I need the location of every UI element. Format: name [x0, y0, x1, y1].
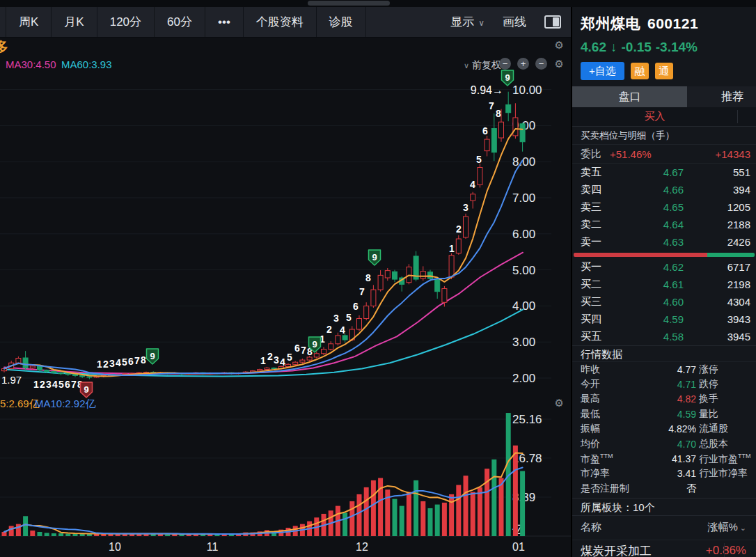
svg-text:3: 3 — [333, 313, 339, 324]
svg-text:2.00: 2.00 — [512, 372, 535, 385]
svg-text:11: 11 — [207, 541, 219, 553]
ask-row-5[interactable]: 卖一4.632426 — [572, 233, 756, 251]
bid-row-3[interactable]: 买三4.604304 — [572, 293, 756, 311]
ask-row-1[interactable]: 卖五4.67551 — [572, 164, 756, 181]
svg-text:5: 5 — [346, 312, 352, 323]
depth-bar — [572, 251, 756, 258]
margin-badge[interactable]: 融 — [631, 63, 649, 79]
svg-text:6: 6 — [294, 343, 300, 354]
depth-green-bar — [707, 253, 755, 257]
green-nine-shield-badge: 9 — [369, 250, 381, 265]
bid-row-2[interactable]: 买二4.612198 — [572, 276, 756, 293]
bid-row-4[interactable]: 买四4.593943 — [572, 311, 756, 328]
quote-info-row-2: 今开4.71跌停 — [572, 377, 756, 391]
tab-tuijian[interactable]: 推荐 — [687, 86, 756, 107]
stock-app-window: 周K月K120分60分•••个股资料诊股 显示∨ 画线 多 ⚙ MA30:4.5… — [0, 0, 756, 557]
svg-text:3: 3 — [274, 354, 279, 366]
weibi-row: 委比 +51.46% +14343 — [572, 145, 756, 164]
svg-text:7: 7 — [71, 379, 77, 390]
quote-info-row-5: 振幅4.82%流通股 — [572, 422, 756, 437]
svg-text:1: 1 — [33, 379, 39, 390]
buy-tab[interactable]: 买入 — [572, 110, 737, 123]
svg-text:9: 9 — [372, 252, 377, 262]
svg-text:25.16: 25.16 — [512, 413, 542, 426]
svg-text:2: 2 — [103, 359, 109, 370]
svg-text:9: 9 — [312, 339, 317, 350]
svg-text:4: 4 — [470, 179, 475, 190]
ask-rows: 卖五4.67551卖四4.66394卖三4.651205卖二4.642188卖一… — [572, 164, 756, 251]
kline-chart[interactable]: 10.009.008.007.006.005.004.003.002.0025.… — [0, 0, 571, 557]
depth-red-bar — [574, 253, 707, 257]
svg-text:9: 9 — [84, 384, 88, 395]
svg-text:5: 5 — [122, 356, 127, 368]
svg-text:2: 2 — [456, 223, 462, 235]
svg-text:9: 9 — [505, 72, 510, 83]
svg-text:3.00: 3.00 — [512, 336, 535, 349]
add-watchlist-button[interactable]: +自选 — [581, 62, 624, 80]
svg-text:6: 6 — [65, 379, 70, 390]
quote-panel: 郑州煤电600121 4.62↓-0.15-3.14% +自选 融 通 盘口 推… — [571, 7, 756, 557]
weibi-diff: +14343 — [716, 148, 750, 160]
svg-text:3: 3 — [46, 379, 52, 390]
panel-tabs: 盘口 推荐 — [572, 86, 756, 107]
svg-text:1.97: 1.97 — [1, 374, 22, 386]
svg-text:7: 7 — [134, 355, 140, 366]
svg-text:4.00: 4.00 — [512, 299, 535, 313]
svg-text:8: 8 — [496, 108, 501, 119]
svg-text:9.94→: 9.94→ — [471, 84, 503, 96]
bid-rows: 买一4.626717买二4.612198买三4.604304买四4.593943… — [572, 258, 756, 345]
green-nine-shield-badge: 9 — [502, 70, 514, 86]
svg-text:5.00: 5.00 — [512, 264, 535, 277]
svg-text:8: 8 — [365, 272, 371, 283]
svg-text:7: 7 — [489, 100, 494, 111]
svg-text:4: 4 — [52, 379, 58, 390]
trade-subtabs: 买入 — [572, 107, 756, 127]
svg-text:9: 9 — [150, 351, 155, 361]
ask-row-2[interactable]: 卖四4.66394 — [572, 181, 756, 198]
svg-text:2: 2 — [267, 351, 273, 362]
down-arrow-icon: ↓ — [611, 40, 617, 54]
stock-name: 郑州煤电600121 — [581, 14, 748, 33]
last-price: 4.62 — [581, 40, 606, 54]
quote-info-rows: 昨收4.77涨停今开4.71跌停最高4.82换手最低4.59量比振幅4.82%流… — [572, 362, 756, 496]
quote-info-row-6: 均价4.70总股本 — [572, 437, 756, 451]
price-line: 4.62↓-0.15-3.14% — [581, 40, 748, 55]
bid-row-1[interactable]: 买一4.626717 — [572, 258, 756, 276]
svg-text:5: 5 — [476, 154, 482, 165]
quote-info-row-7: 市盈TTM41.37行业市盈TTM — [572, 451, 756, 466]
stock-code: 600121 — [647, 15, 698, 31]
svg-text:8.00: 8.00 — [512, 155, 535, 168]
connect-badge[interactable]: 通 — [655, 63, 673, 79]
svg-text:6: 6 — [128, 356, 134, 367]
bid-row-5[interactable]: 买五4.583945 — [572, 328, 756, 345]
sector-sort-change[interactable]: 涨幅%⌄ — [707, 521, 746, 534]
svg-text:6.00: 6.00 — [512, 228, 535, 241]
svg-text:01: 01 — [512, 541, 525, 553]
order-book-title: 买卖档位与明细（手） — [572, 127, 756, 145]
green-nine-shield-badge: 9 — [147, 349, 159, 364]
svg-text:5: 5 — [287, 352, 292, 363]
svg-text:6: 6 — [482, 125, 488, 136]
svg-text:7: 7 — [359, 286, 365, 297]
svg-text:3: 3 — [463, 202, 468, 213]
svg-text:4: 4 — [116, 357, 121, 368]
svg-text:5: 5 — [58, 379, 64, 390]
tab-pankou[interactable]: 盘口 — [572, 86, 687, 107]
svg-text:2: 2 — [40, 379, 45, 390]
ask-row-3[interactable]: 卖三4.651205 — [572, 198, 756, 216]
price-change-pct: -3.14% — [656, 40, 698, 54]
quote-info-row-1: 昨收4.77涨停 — [572, 362, 756, 377]
quote-info-title: 行情数据 — [572, 345, 756, 362]
ask-row-4[interactable]: 卖二4.642188 — [572, 216, 756, 233]
svg-text:8: 8 — [141, 354, 146, 366]
sector-row-1[interactable]: 煤炭开采加工+0.86% — [572, 540, 756, 557]
quote-info-row-4: 最低4.59量比 — [572, 407, 756, 421]
quote-info-row-3: 最高4.82换手 — [572, 392, 756, 407]
svg-text:10.00: 10.00 — [512, 84, 542, 97]
svg-text:1: 1 — [260, 355, 266, 366]
svg-text:1: 1 — [97, 359, 102, 370]
sector-col-name: 名称 — [581, 521, 601, 534]
svg-text:4: 4 — [280, 356, 285, 368]
weibi-value: +51.46% — [610, 148, 652, 160]
red-nine-shield-badge: 9 — [81, 382, 93, 398]
